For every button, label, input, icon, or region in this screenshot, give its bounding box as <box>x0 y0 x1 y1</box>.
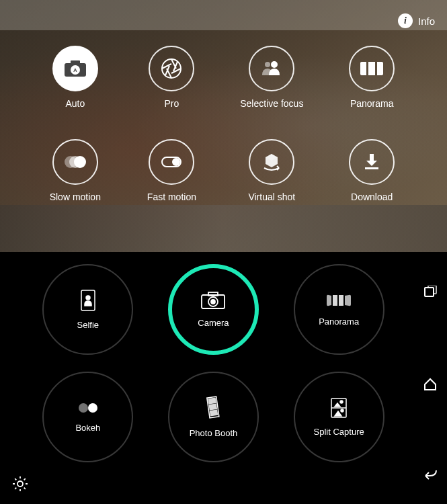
recent-apps-button[interactable] <box>423 286 439 302</box>
svg-rect-22 <box>339 295 343 306</box>
camera-modes-bottom-panel: Selfie Camera Panorama <box>0 252 447 504</box>
svg-point-5 <box>265 62 270 67</box>
svg-point-24 <box>88 403 97 413</box>
svg-point-23 <box>79 403 88 413</box>
svg-point-20 <box>211 300 215 304</box>
svg-rect-21 <box>333 295 337 306</box>
mode-label: Download <box>351 192 393 202</box>
svg-point-34 <box>17 481 23 487</box>
selective-focus-icon <box>249 46 294 91</box>
gear-icon <box>11 474 30 493</box>
home-button[interactable] <box>423 377 439 393</box>
camera-auto-icon: A <box>52 46 98 91</box>
mode-pro[interactable]: Pro <box>149 46 194 109</box>
mode-label: Camera <box>198 318 229 328</box>
svg-rect-27 <box>210 404 217 409</box>
svg-point-4 <box>162 59 181 78</box>
mode-photo-booth[interactable]: Photo Booth <box>168 372 259 462</box>
photo-booth-icon <box>203 396 223 420</box>
mode-label: Slow motion <box>50 192 101 202</box>
mode-label: Bokeh <box>75 423 100 433</box>
aperture-icon <box>149 46 194 91</box>
mode-label: Pro <box>165 98 179 109</box>
svg-rect-15 <box>81 290 95 310</box>
svg-rect-28 <box>210 410 218 415</box>
svg-rect-18 <box>208 292 218 296</box>
selfie-icon <box>79 289 97 312</box>
info-button[interactable]: i Info <box>398 13 435 28</box>
mode-label: Selfie <box>77 320 99 330</box>
svg-rect-26 <box>209 398 216 403</box>
download-icon <box>349 139 395 185</box>
mode-label: Photo Booth <box>190 428 238 438</box>
fast-motion-icon <box>149 139 194 185</box>
mode-virtual-shot[interactable]: Virtual shot <box>248 139 295 202</box>
virtual-shot-icon <box>249 139 294 185</box>
camera-modes-top-panel: i Info A Auto Pro <box>0 0 447 252</box>
panorama-icon <box>349 46 395 91</box>
slow-motion-icon <box>52 139 98 185</box>
mode-fast-motion[interactable]: Fast motion <box>147 139 196 202</box>
mode-label: Panorama <box>319 317 359 327</box>
mode-label: Split Capture <box>314 427 364 437</box>
mode-auto[interactable]: A Auto <box>52 46 98 109</box>
split-capture-icon <box>329 397 348 419</box>
bokeh-icon <box>77 401 99 415</box>
bottom-mode-grid: Selfie Camera Panorama <box>37 264 390 462</box>
svg-text:A: A <box>73 67 77 73</box>
mode-panorama[interactable]: Panorama <box>349 46 395 109</box>
svg-point-16 <box>86 296 90 300</box>
svg-rect-33 <box>425 288 434 296</box>
mode-selective-focus[interactable]: Selective focus <box>240 46 303 109</box>
svg-point-6 <box>271 61 278 68</box>
top-mode-grid: A Auto Pro <box>0 46 447 202</box>
mode-panorama-bottom[interactable]: Panorama <box>294 264 384 355</box>
mode-camera[interactable]: Camera <box>168 264 259 355</box>
svg-point-12 <box>172 158 180 166</box>
android-nav-bar <box>423 286 439 484</box>
svg-rect-14 <box>365 167 378 169</box>
mode-label: Panorama <box>350 98 394 109</box>
mode-slow-motion[interactable]: Slow motion <box>50 139 101 202</box>
svg-point-31 <box>340 401 343 403</box>
mode-label: Virtual shot <box>248 192 295 202</box>
panorama-wide-icon <box>325 292 353 308</box>
svg-point-32 <box>341 409 343 412</box>
mode-split-capture[interactable]: Split Capture <box>294 372 384 462</box>
svg-rect-7 <box>368 62 375 75</box>
camera-icon <box>200 291 227 310</box>
settings-button[interactable] <box>11 474 30 493</box>
mode-bokeh[interactable]: Bokeh <box>42 372 133 462</box>
mode-download[interactable]: Download <box>349 139 395 202</box>
info-label: Info <box>418 15 435 27</box>
svg-rect-1 <box>71 60 80 65</box>
mode-label: Auto <box>65 98 85 109</box>
mode-label: Fast motion <box>147 192 196 202</box>
svg-point-10 <box>74 156 86 168</box>
mode-label: Selective focus <box>240 98 303 109</box>
info-icon: i <box>398 13 413 28</box>
mode-selfie[interactable]: Selfie <box>42 264 133 355</box>
back-button[interactable] <box>423 468 439 484</box>
